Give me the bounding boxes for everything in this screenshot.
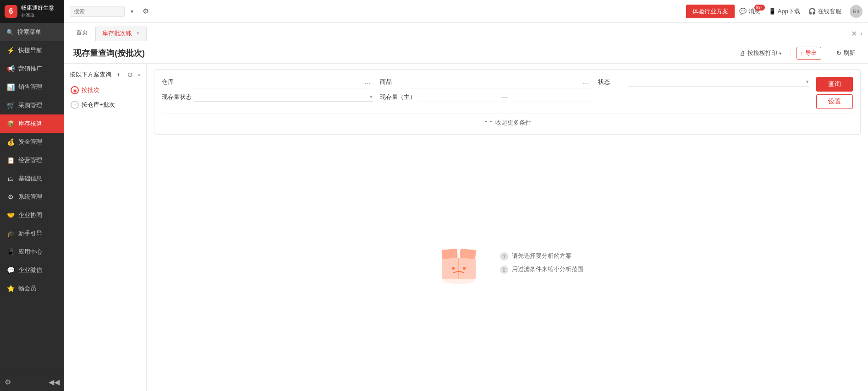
search-menu-item[interactable]: 🔍 搜索菜单 [0, 23, 64, 41]
enterprise-label: 企业协同 [18, 211, 42, 219]
tip-1-text: 请先选择要分析的方案 [512, 252, 571, 260]
inventory-icon: 📦 [6, 119, 15, 128]
sidebar-collapse-icon[interactable]: ◀◀ [49, 378, 60, 386]
warehouse-label: 仓库 [162, 78, 189, 86]
content-body: 按以下方案查询 + ⊙ « ◉ 按批次 ○ 按仓库+批次 [64, 64, 868, 391]
messages-button[interactable]: 💬 消息 99+ [739, 7, 760, 16]
sidebar-item-app-center[interactable]: 📱 应用中心 [0, 243, 64, 261]
sidebar-item-finance[interactable]: 💰 资金管理 [0, 133, 64, 151]
status-dropdown-icon[interactable]: ▾ [806, 79, 809, 85]
message-icon: 💬 [739, 8, 747, 15]
marketing-icon: 📢 [6, 65, 15, 73]
status-filter: 状态 ▾ [598, 75, 809, 88]
header-divider-1 [791, 49, 791, 57]
sidebar-item-newbie[interactable]: 🎓 新手引导 [0, 224, 64, 243]
sidebar-item-inventory[interactable]: 📦 库存核算 [0, 114, 64, 133]
topbar-gear-icon[interactable]: ⚙ [139, 5, 152, 18]
tab-panel-close-btn[interactable]: ✕ ‹ [851, 29, 863, 41]
online-service-button[interactable]: 🎧 在线客服 [808, 7, 841, 16]
status-label: 状态 [598, 78, 626, 86]
tip-num-1: 1 [500, 252, 508, 261]
scheme-item-warehouse-batch[interactable]: ○ 按仓库+批次 [64, 98, 146, 112]
export-button[interactable]: ↑ 导出 [797, 47, 822, 60]
close-panel-icon: ✕ [851, 29, 857, 38]
query-button[interactable]: 查询 [816, 77, 853, 92]
status-select-box: ▾ [628, 77, 809, 87]
stock-qty-label: 现存量（主） [380, 93, 416, 101]
warehouse-input-box: ... [192, 75, 373, 88]
tip-num-2: 2 [500, 266, 508, 274]
warehouse-dots-btn[interactable]: ... [363, 76, 373, 87]
operations-label: 经营管理 [18, 156, 42, 164]
sidebar-item-operations[interactable]: 📋 经营管理 [0, 151, 64, 169]
sidebar-nav: ⚡ 快捷导航 📢 营销推广 📊 销售管理 🛒 采购管理 📦 库存核算 💰 资金管… [0, 41, 64, 373]
collapse-more-btn[interactable]: ⌃⌃ 收起更多条件 [482, 117, 533, 129]
page-title: 现存量查询(按批次) [73, 48, 145, 59]
system-label: 系统管理 [18, 193, 42, 201]
tab-home[interactable]: 首页 [70, 25, 94, 41]
sidebar-item-enterprise[interactable]: 🤝 企业协同 [0, 206, 64, 224]
product-label: 商品 [380, 78, 407, 86]
search-icon: 🔍 [6, 29, 14, 36]
svg-point-5 [452, 267, 455, 270]
quick-nav-label: 快捷导航 [18, 46, 42, 54]
topbar-right: 💬 消息 99+ 📱 App下载 🎧 在线客服 Rit [739, 5, 863, 18]
sales-icon: 📊 [6, 83, 15, 91]
refresh-icon: ↻ [836, 50, 841, 57]
stock-qty-filter: 现存量（主） — [380, 92, 591, 102]
print-button[interactable]: 🖨 按模板打印 ▾ [736, 47, 785, 59]
collapse-left-panel-btn[interactable]: « [137, 71, 141, 78]
product-input[interactable] [410, 78, 579, 85]
stock-qty-max-input[interactable] [512, 93, 591, 100]
product-filter: 商品 ... [380, 75, 591, 88]
product-dots-btn[interactable]: ... [581, 76, 591, 87]
settings-button[interactable]: 设置 [816, 94, 853, 109]
refresh-button[interactable]: ↻ 刷新 [833, 47, 859, 59]
refresh-label: 刷新 [843, 49, 855, 57]
sidebar-item-basic-info[interactable]: 🗂 基础信息 [0, 169, 64, 188]
stock-status-label: 现存量状态 [162, 93, 192, 101]
stock-qty-min-box [418, 92, 497, 102]
sidebar-item-marketing[interactable]: 📢 营销推广 [0, 60, 64, 78]
company-name: 畅康通好生意 [21, 5, 54, 12]
scheme-item-batch[interactable]: ◉ 按批次 [64, 83, 146, 98]
basic-info-icon: 🗂 [6, 174, 15, 183]
topbar-dropdown-icon[interactable]: ▾ [126, 6, 137, 17]
newbie-label: 新手引导 [18, 229, 42, 238]
topbar: ▾ ⚙ 体验行业方案 💬 消息 99+ 📱 App下载 🎧 在线客服 Rit [64, 0, 868, 23]
sidebar-item-system[interactable]: ⚙ 系统管理 [0, 188, 64, 206]
stock-status-select-box: ▾ [194, 92, 373, 102]
settings-footer-icon[interactable]: ⚙ [5, 378, 11, 386]
finance-icon: 💰 [6, 138, 15, 146]
svg-point-6 [463, 267, 466, 270]
app-download-label: App下载 [778, 7, 800, 16]
tab-batch-account[interactable]: 库存批次账 × [95, 26, 147, 41]
user-profile-button[interactable]: Rit [850, 5, 863, 18]
add-scheme-button[interactable]: + [114, 70, 123, 79]
stock-status-dropdown-icon[interactable]: ▾ [370, 94, 373, 100]
sidebar-item-wechat[interactable]: 💬 企业微信 [0, 261, 64, 279]
warehouse-input[interactable] [192, 78, 361, 85]
topbar-search-area: ▾ ⚙ [70, 5, 681, 18]
topbar-search-input[interactable] [70, 6, 125, 17]
app-center-icon: 📱 [6, 248, 15, 256]
purchase-label: 采购管理 [18, 101, 42, 109]
stock-status-filter: 现存量状态 ▾ [162, 92, 373, 102]
sidebar-item-member[interactable]: ⭐ 畅会员 [0, 279, 64, 298]
app-center-label: 应用中心 [18, 248, 42, 256]
main-area: ▾ ⚙ 体验行业方案 💬 消息 99+ 📱 App下载 🎧 在线客服 Rit [64, 0, 868, 391]
scheme-settings-icon[interactable]: ⊙ [126, 70, 135, 79]
tab-close-icon[interactable]: × [137, 30, 140, 37]
stock-qty-min-input[interactable] [418, 93, 497, 100]
sidebar-item-sales[interactable]: 📊 销售管理 [0, 78, 64, 96]
app-version: 标准版 [21, 12, 54, 18]
purchase-icon: 🛒 [6, 101, 15, 109]
sidebar-item-purchase[interactable]: 🛒 采购管理 [0, 96, 64, 114]
tab-batch-label: 库存批次账 [102, 30, 132, 37]
tabbar: 首页 库存批次账 × ✕ ‹ [64, 23, 868, 41]
sidebar-item-quick-nav[interactable]: ⚡ 快捷导航 [0, 41, 64, 60]
enterprise-icon: 🤝 [6, 211, 15, 219]
app-download-button[interactable]: 📱 App下载 [769, 7, 800, 16]
online-service-label: 在线客服 [818, 7, 841, 16]
trial-button[interactable]: 体验行业方案 [686, 5, 735, 18]
